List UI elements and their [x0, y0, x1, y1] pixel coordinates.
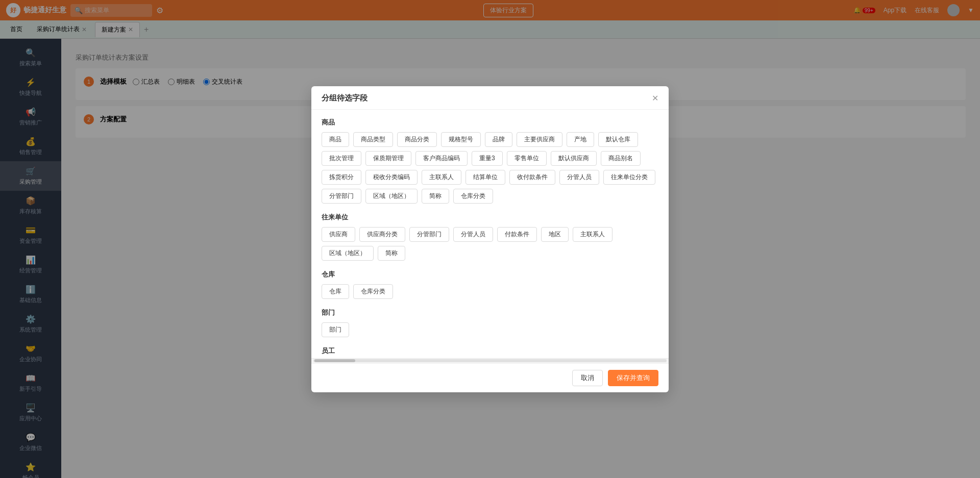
modal-footer: 取消 保存并查询 — [311, 363, 669, 392]
field-tag-部门[interactable]: 部门 — [322, 322, 349, 337]
field-tag-默认仓库[interactable]: 默认仓库 — [598, 132, 638, 147]
modal-header: 分组待选字段 ✕ — [311, 86, 669, 110]
field-tag-分管部门[interactable]: 分管部门 — [322, 189, 361, 204]
field-tag-商品类型[interactable]: 商品类型 — [353, 132, 393, 147]
field-tag-分管部门[interactable]: 分管部门 — [409, 227, 449, 242]
field-tag-付款条件[interactable]: 付款条件 — [497, 227, 537, 242]
field-tag-分管人员[interactable]: 分管人员 — [453, 227, 493, 242]
field-tag-简称[interactable]: 简称 — [422, 189, 449, 204]
modal-body: 商品商品商品类型商品分类规格型号品牌主要供应商产地默认仓库批次管理保质期管理客户… — [311, 110, 669, 359]
modal-save-button[interactable]: 保存并查询 — [608, 370, 658, 386]
field-tag-仓库分类[interactable]: 仓库分类 — [353, 284, 393, 299]
field-tag-保质期管理[interactable]: 保质期管理 — [365, 151, 411, 166]
section-title-product: 商品 — [322, 118, 658, 127]
field-tag-主要供应商[interactable]: 主要供应商 — [517, 132, 562, 147]
modal-close-button[interactable]: ✕ — [652, 93, 658, 103]
field-tag-分管人员[interactable]: 分管人员 — [559, 170, 599, 185]
field-tags-product: 商品商品类型商品分类规格型号品牌主要供应商产地默认仓库批次管理保质期管理客户商品… — [322, 132, 658, 204]
section-employee: 员工业务员 — [322, 346, 658, 359]
field-tag-区域（地区）[interactable]: 区域（地区） — [322, 246, 374, 261]
section-title-warehouse: 仓库 — [322, 270, 658, 279]
section-title-department: 部门 — [322, 308, 658, 317]
field-tag-区域（地区）[interactable]: 区域（地区） — [365, 189, 418, 204]
field-tag-商品分类[interactable]: 商品分类 — [397, 132, 437, 147]
field-tag-仓库分类[interactable]: 仓库分类 — [453, 189, 493, 204]
field-tags-department: 部门 — [322, 322, 658, 337]
field-tag-税收分类编码[interactable]: 税收分类编码 — [365, 170, 418, 185]
field-tag-主联系人[interactable]: 主联系人 — [422, 170, 461, 185]
field-tags-partner: 供应商供应商分类分管部门分管人员付款条件地区主联系人区域（地区）简称 — [322, 227, 658, 261]
section-product: 商品商品商品类型商品分类规格型号品牌主要供应商产地默认仓库批次管理保质期管理客户… — [322, 118, 658, 204]
field-tag-拣货积分[interactable]: 拣货积分 — [322, 170, 361, 185]
field-tag-商品别名[interactable]: 商品别名 — [601, 151, 641, 166]
section-title-partner: 往来单位 — [322, 213, 658, 222]
field-tag-地区[interactable]: 地区 — [541, 227, 569, 242]
field-tag-结算单位[interactable]: 结算单位 — [465, 170, 505, 185]
field-tag-简称[interactable]: 简称 — [378, 246, 405, 261]
field-tag-客户商品编码[interactable]: 客户商品编码 — [415, 151, 468, 166]
modal-cancel-button[interactable]: 取消 — [572, 370, 603, 386]
field-tags-warehouse: 仓库仓库分类 — [322, 284, 658, 299]
field-tag-零售单位[interactable]: 零售单位 — [507, 151, 547, 166]
modal-title: 分组待选字段 — [322, 93, 368, 103]
field-tag-仓库[interactable]: 仓库 — [322, 284, 349, 299]
field-tag-往来单位分类[interactable]: 往来单位分类 — [603, 170, 655, 185]
section-partner: 往来单位供应商供应商分类分管部门分管人员付款条件地区主联系人区域（地区）简称 — [322, 213, 658, 261]
field-tag-主联系人[interactable]: 主联系人 — [573, 227, 612, 242]
field-tag-供应商分类[interactable]: 供应商分类 — [359, 227, 405, 242]
section-warehouse: 仓库仓库仓库分类 — [322, 270, 658, 299]
field-tag-产地[interactable]: 产地 — [567, 132, 594, 147]
field-tag-商品[interactable]: 商品 — [322, 132, 349, 147]
section-title-employee: 员工 — [322, 346, 658, 356]
field-tag-收付款条件[interactable]: 收付款条件 — [509, 170, 555, 185]
section-department: 部门部门 — [322, 308, 658, 337]
modal-horizontal-scroll[interactable] — [311, 358, 669, 363]
field-tag-规格型号[interactable]: 规格型号 — [441, 132, 481, 147]
field-tag-批次管理[interactable]: 批次管理 — [322, 151, 361, 166]
field-tag-供应商[interactable]: 供应商 — [322, 227, 355, 242]
field-tag-默认供应商[interactable]: 默认供应商 — [551, 151, 597, 166]
group-field-modal: 分组待选字段 ✕ 商品商品商品类型商品分类规格型号品牌主要供应商产地默认仓库批次… — [311, 86, 669, 392]
field-tag-品牌[interactable]: 品牌 — [485, 132, 512, 147]
field-tag-重量3[interactable]: 重量3 — [472, 151, 503, 166]
